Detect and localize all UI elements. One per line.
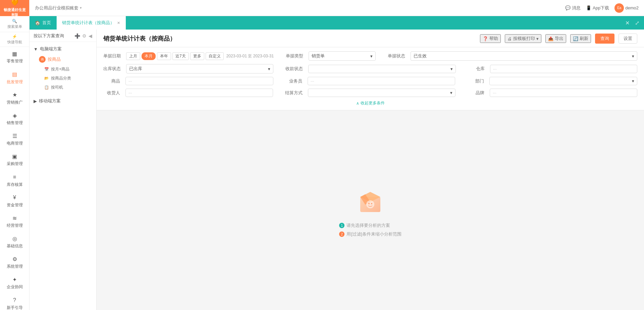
tree-desktop-header[interactable]: ▼ 电脑端方案 bbox=[30, 44, 96, 54]
storage-input[interactable]: ··· bbox=[490, 65, 637, 73]
order-type-value: 销货单 bbox=[312, 53, 325, 59]
help-button[interactable]: ❓ 帮助 bbox=[480, 34, 501, 43]
help-icon: ❓ bbox=[483, 36, 488, 41]
refresh-button[interactable]: 🔄 刷新 bbox=[570, 34, 591, 43]
page-header: 销货单统计计表（按商品） ❓ 帮助 🖨 按模板打印 ▾ 📤 导出 bbox=[97, 30, 644, 47]
brand-input[interactable]: ··· bbox=[490, 89, 637, 97]
collapse-filters-button[interactable]: ∧ 收起更多条件 bbox=[103, 100, 637, 106]
collapse-panel-button[interactable]: ◀ bbox=[89, 33, 92, 39]
tabbar: 🏠 首页 销货单统计计表（按商品） ✕ ✕ ⤢ bbox=[30, 16, 644, 30]
tree-item-by-driver[interactable]: 📋 按司机 bbox=[30, 83, 96, 92]
sidebar-item-enterprise[interactable]: ✦ 企业协同 bbox=[0, 273, 29, 293]
tab-maximize-icon[interactable]: ⤢ bbox=[633, 19, 641, 27]
username-label: demo2 bbox=[625, 5, 639, 10]
filter-row-2: 出库状态 已出库 收款状态 仓库 ··· bbox=[103, 64, 637, 73]
staff-label: 业务员 bbox=[285, 78, 302, 84]
page-header-actions: ❓ 帮助 🖨 按模板打印 ▾ 📤 导出 🔄 刷新 bbox=[480, 34, 637, 44]
user-profile-button[interactable]: Ea demo2 bbox=[614, 3, 639, 13]
warehouse-label: 出库状态 bbox=[103, 66, 121, 72]
tab-home[interactable]: 🏠 首页 bbox=[30, 16, 57, 30]
svg-point-3 bbox=[366, 200, 374, 208]
basic-icon: ◎ bbox=[12, 235, 17, 243]
print-icon: 🖨 bbox=[507, 36, 512, 41]
sidebar-item-operation[interactable]: ≋ 经营管理 bbox=[0, 211, 29, 232]
storage-dots: ··· bbox=[493, 66, 497, 71]
quick-nav[interactable]: ⚡ 快捷导航 bbox=[0, 32, 29, 47]
logo-text: 畅捷通好生意标版 bbox=[4, 7, 26, 17]
empty-state: 1 请先选择要分析的方案 2 用[过滤]条件来缩小分析范围 bbox=[97, 110, 644, 310]
sidebar-item-system[interactable]: ⚙ 系统管理 bbox=[0, 252, 29, 273]
tip-text-2: 用[过滤]条件来缩小分析范围 bbox=[346, 231, 401, 237]
goods-input[interactable]: ··· bbox=[125, 77, 273, 85]
sidebar-item-guide[interactable]: ? 新手引导 bbox=[0, 293, 29, 310]
scheme-label-category: 按商品分类 bbox=[51, 75, 71, 81]
storage-label: 仓库 bbox=[468, 66, 485, 72]
date-btn-more[interactable]: 更多 bbox=[190, 52, 204, 60]
empty-tips: 1 请先选择要分析的方案 2 用[过滤]条件来缩小分析范围 bbox=[339, 222, 401, 237]
receiver-input[interactable]: ··· bbox=[125, 89, 273, 97]
date-btn-last-month[interactable]: 上月 bbox=[126, 52, 140, 60]
tab-sales-label: 销货单统计计表（按商品） bbox=[62, 20, 114, 26]
sidebar-item-retail[interactable]: ▦ 零售管理 bbox=[0, 47, 29, 67]
settings-button[interactable]: 设置 bbox=[619, 34, 637, 44]
sidebar-item-marketing[interactable]: ★ 营销推广 bbox=[0, 88, 29, 108]
purchase-icon: ▣ bbox=[12, 153, 17, 160]
date-range-control: 上月 本月 本年 近7天 更多 bbox=[126, 52, 274, 60]
sidebar-item-finance[interactable]: ¥ 资金管理 bbox=[0, 191, 29, 211]
date-btn-last-7days[interactable]: 近7天 bbox=[172, 52, 189, 60]
staff-input[interactable]: ··· bbox=[308, 77, 455, 85]
scheme-label-goods: 按商品 bbox=[48, 56, 61, 62]
app-download-button[interactable]: 📱 App下载 bbox=[586, 5, 609, 11]
date-btn-this-year[interactable]: 本年 bbox=[157, 52, 171, 60]
tab-close-icon[interactable]: ✕ bbox=[117, 21, 120, 25]
sidebar-item-purchase[interactable]: ▣ 采购管理 bbox=[0, 150, 29, 170]
tree-item-by-goods[interactable]: 商 按商品 bbox=[30, 54, 96, 65]
sidebar: 🧡 畅捷通好生意标版 🔍 搜索菜单 ⚡ 快捷导航 ▦ 零售管理 ▤ 批发管理 ★… bbox=[0, 0, 30, 310]
order-status-select[interactable]: 已生效 bbox=[411, 51, 637, 61]
sidebar-item-sales[interactable]: ◈ 销售管理 bbox=[0, 109, 29, 129]
order-type-select[interactable]: 销货单 bbox=[309, 51, 376, 61]
sidebar-item-basic[interactable]: ◎ 基础信息 bbox=[0, 232, 29, 252]
industry-chevron-icon: ▾ bbox=[80, 6, 82, 10]
topbar: 办公用品行业模拟账套 ▾ 💬 消息 📱 App下载 Ea demo2 bbox=[30, 0, 644, 16]
payment-chevron-icon bbox=[450, 66, 453, 71]
receiver-label: 收货人 bbox=[103, 90, 120, 96]
tree-item-by-category[interactable]: 📂 按商品分类 bbox=[30, 74, 96, 83]
warehouse-select[interactable]: 已出库 bbox=[126, 64, 273, 73]
template-print-button[interactable]: 🖨 按模板打印 ▾ bbox=[505, 34, 541, 43]
tip-text-1: 请先选择要分析的方案 bbox=[346, 222, 390, 228]
empty-illustration bbox=[354, 184, 387, 217]
date-btn-custom[interactable]: 自定义 bbox=[206, 52, 224, 60]
sidebar-label-basic: 基础信息 bbox=[7, 243, 23, 249]
sidebar-label-ecommerce: 电商管理 bbox=[7, 141, 23, 146]
dept-select[interactable] bbox=[489, 77, 637, 85]
tree-item-by-month-goods[interactable]: 📅 按月+商品 bbox=[30, 65, 96, 74]
payment-method-select[interactable] bbox=[308, 89, 455, 97]
dept-chevron-icon bbox=[632, 79, 634, 84]
warehouse-value: 已出库 bbox=[129, 66, 142, 72]
search-menu[interactable]: 🔍 搜索菜单 bbox=[0, 16, 29, 32]
left-panel-actions: ➕ ⚙ ◀ bbox=[74, 33, 92, 39]
sub-icon-month: 📅 bbox=[44, 67, 49, 71]
quick-nav-label: 快捷导航 bbox=[0, 40, 29, 45]
add-scheme-button[interactable]: ➕ bbox=[74, 33, 80, 39]
tab-close-window-icon[interactable]: ✕ bbox=[623, 19, 632, 27]
message-button[interactable]: 💬 消息 bbox=[565, 5, 581, 11]
sidebar-item-wholesale[interactable]: ▤ 批发管理 bbox=[0, 67, 29, 88]
tree-mobile-header[interactable]: ▶ 移动端方案 bbox=[30, 96, 96, 106]
filter-row-1: 单据日期 上月 本月 本年 近7天 bbox=[103, 51, 637, 61]
sidebar-label-purchase: 采购管理 bbox=[7, 161, 23, 167]
order-type-chevron-icon bbox=[370, 54, 373, 59]
export-button[interactable]: 📤 导出 bbox=[545, 34, 566, 43]
sidebar-label-marketing: 营销推广 bbox=[7, 100, 23, 105]
tab-sales-stat[interactable]: 销货单统计计表（按商品） ✕ bbox=[57, 16, 126, 30]
sidebar-item-inventory[interactable]: ≡ 库存核算 bbox=[0, 170, 29, 191]
sidebar-item-ecommerce[interactable]: ☰ 电商管理 bbox=[0, 129, 29, 150]
payment-select[interactable] bbox=[308, 65, 455, 73]
settings-scheme-button[interactable]: ⚙ bbox=[82, 33, 87, 39]
sidebar-label-wholesale: 批发管理 bbox=[7, 79, 23, 85]
date-btn-this-month[interactable]: 本月 bbox=[142, 52, 156, 60]
query-button[interactable]: 查询 bbox=[595, 34, 614, 44]
date-label: 单据日期 bbox=[103, 53, 121, 59]
search-menu-label: 搜索菜单 bbox=[0, 24, 29, 29]
